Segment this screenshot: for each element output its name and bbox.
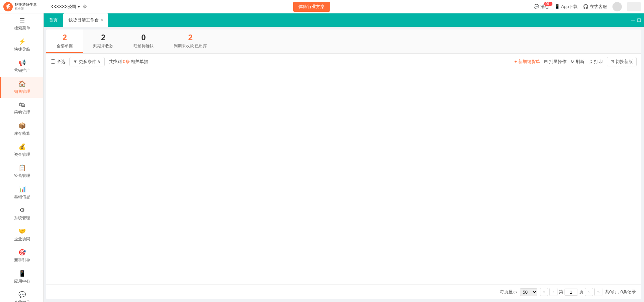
sidebar: ☰ 搜索菜单 ⚡ 快捷导航 📢 营销推广 🏠 销售管理 🛍 采购管理 📦 库存核… bbox=[0, 13, 44, 302]
sidebar-item-label-enterprise: 企业协同 bbox=[14, 236, 30, 242]
system-icon: ⚙ bbox=[19, 206, 25, 214]
refresh-button[interactable]: ↻ 刷新 bbox=[571, 59, 584, 65]
page-input[interactable] bbox=[565, 289, 578, 296]
filter-icon: ▼ bbox=[73, 59, 77, 64]
stat-label-pending-confirm: 旺铺待确认 bbox=[133, 43, 154, 49]
sidebar-item-sales[interactable]: 🏠 销售管理 bbox=[0, 77, 43, 98]
filter-button[interactable]: ▼ 更多条件 ∨ bbox=[69, 57, 105, 66]
sidebar-item-wechat[interactable]: 💬 企业微信 bbox=[0, 288, 43, 302]
message-badge: 99+ bbox=[544, 2, 552, 6]
sidebar-item-base-info[interactable]: 📊 基础信息 bbox=[0, 182, 43, 203]
sidebar-item-label-finance: 资金管理 bbox=[14, 152, 30, 158]
stat-num-overdue-payment: 2 bbox=[101, 33, 105, 43]
settings-button[interactable]: ⚙ bbox=[80, 2, 90, 11]
purchase-icon: 🛍 bbox=[19, 101, 25, 108]
marketing-icon: 📢 bbox=[18, 59, 26, 66]
main-content: 首页 钱货日清工作台 × ─ □ 2 全部单据 2 到期未收款 bbox=[44, 13, 644, 302]
print-label: 打印 bbox=[594, 59, 603, 65]
sidebar-item-guide[interactable]: 🎯 新手引导 bbox=[0, 245, 43, 266]
logo-icon: 畅 bbox=[3, 2, 13, 11]
page-of: 页 bbox=[579, 289, 584, 295]
header-center: 体验行业方案 bbox=[90, 2, 534, 12]
select-all-checkbox-container[interactable]: 全选 bbox=[51, 59, 65, 65]
app-download-button[interactable]: 📱 App下载 bbox=[554, 4, 578, 10]
sidebar-item-search-menu[interactable]: ☰ 搜索菜单 bbox=[0, 13, 43, 35]
add-label: 新增销货单 bbox=[518, 59, 540, 65]
last-page-button[interactable]: » bbox=[594, 288, 602, 296]
stat-tab-overdue-shipped[interactable]: 2 到期未收款 已出库 bbox=[164, 29, 217, 53]
next-page-button[interactable]: › bbox=[585, 288, 593, 296]
tab-maximize-button[interactable]: □ bbox=[637, 17, 641, 23]
tab-workbench[interactable]: 钱货日清工作台 × bbox=[63, 13, 108, 27]
tab-minimize-button[interactable]: ─ bbox=[631, 17, 635, 23]
prev-page-button[interactable]: ‹ bbox=[549, 288, 557, 296]
table-area bbox=[46, 70, 641, 284]
stat-tab-pending-confirm[interactable]: 0 旺铺待确认 bbox=[123, 29, 164, 53]
sidebar-item-label-marketing: 营销推广 bbox=[14, 68, 30, 73]
pagination: 每页显示 10 20 50 100 « ‹ 第 页 › » 共0页，0条记录 bbox=[46, 284, 641, 299]
wechat-icon: 💬 bbox=[18, 291, 26, 298]
sidebar-item-label-sales: 销售管理 bbox=[14, 89, 30, 95]
found-text: 共找到 0条 相关单据 bbox=[109, 59, 148, 65]
sidebar-item-apps[interactable]: 📱 应用中心 bbox=[0, 266, 43, 288]
sidebar-item-label-system: 系统管理 bbox=[14, 215, 30, 221]
company-selector[interactable]: XXXXXX公司 ▾ bbox=[50, 4, 80, 10]
stat-label-overdue-payment: 到期未收款 bbox=[93, 43, 113, 49]
header-right: 💬 消息 99+ 📱 App下载 🎧 在线客服 bbox=[534, 2, 641, 11]
sidebar-item-label-inventory: 库存核算 bbox=[14, 131, 30, 136]
sidebar-item-label-search-menu: 搜索菜单 bbox=[14, 25, 30, 31]
base-info-icon: 📊 bbox=[18, 185, 26, 193]
content-panel: 2 全部单据 2 到期未收款 0 旺铺待确认 2 到期未收款 已出库 bbox=[46, 29, 641, 299]
sidebar-item-quick-nav[interactable]: ⚡ 快捷导航 bbox=[0, 35, 43, 56]
sidebar-item-finance[interactable]: 💰 资金管理 bbox=[0, 140, 43, 161]
tab-home[interactable]: 首页 bbox=[44, 13, 63, 27]
avatar[interactable] bbox=[612, 2, 622, 11]
company-name: XXXXXX公司 bbox=[50, 4, 76, 10]
sidebar-item-label-quick-nav: 快捷导航 bbox=[14, 47, 30, 52]
sidebar-item-label-base-info: 基础信息 bbox=[14, 194, 30, 200]
online-service-button[interactable]: 🎧 在线客服 bbox=[583, 4, 607, 10]
message-button[interactable]: 💬 消息 99+ bbox=[534, 4, 549, 10]
company-dropdown-icon: ▾ bbox=[78, 4, 80, 9]
found-prefix: 共找到 bbox=[109, 59, 122, 64]
found-count: 0条 bbox=[123, 59, 131, 64]
tab-home-label: 首页 bbox=[49, 17, 58, 23]
batch-operation-button[interactable]: ⊞ 批量操作 bbox=[544, 59, 567, 65]
page-label: 第 bbox=[559, 289, 563, 295]
sidebar-item-inventory[interactable]: 📦 库存核算 bbox=[0, 119, 43, 140]
user-name[interactable] bbox=[627, 2, 641, 11]
tab-close-icon[interactable]: × bbox=[101, 18, 103, 22]
toolbar-right: + 新增销货单 ⊞ 批量操作 ↻ 刷新 🖨 打印 bbox=[514, 57, 637, 66]
sidebar-item-marketing[interactable]: 📢 营销推广 bbox=[0, 56, 43, 77]
apps-icon: 📱 bbox=[18, 270, 26, 277]
stat-tab-all[interactable]: 2 全部单据 bbox=[46, 29, 83, 53]
stat-tab-overdue-payment[interactable]: 2 到期未收款 bbox=[83, 29, 123, 53]
refresh-icon: ↻ bbox=[571, 59, 574, 64]
stat-num-pending-confirm: 0 bbox=[141, 33, 146, 43]
first-page-button[interactable]: « bbox=[540, 288, 548, 296]
logo-badge: 标准版 bbox=[15, 7, 37, 11]
switch-version-button[interactable]: ⊡ 切换新版 bbox=[607, 57, 637, 66]
guide-icon: 🎯 bbox=[18, 249, 26, 256]
toolbar: 全选 ▼ 更多条件 ∨ 共找到 0条 相关单据 + 新增销货单 bbox=[46, 54, 641, 70]
sidebar-item-purchase[interactable]: 🛍 采购管理 bbox=[0, 98, 43, 119]
sidebar-item-system[interactable]: ⚙ 系统管理 bbox=[0, 203, 43, 224]
settings-icon: ⚙ bbox=[83, 3, 87, 10]
tab-workbench-label: 钱货日清工作台 bbox=[68, 17, 99, 23]
sidebar-item-label-guide: 新手引导 bbox=[14, 257, 30, 263]
online-service-label: 在线客服 bbox=[590, 4, 607, 10]
page-size-select[interactable]: 10 20 50 100 bbox=[520, 288, 537, 296]
sales-icon: 🏠 bbox=[18, 80, 26, 87]
filter-label: 更多条件 bbox=[79, 59, 96, 65]
batch-icon: ⊞ bbox=[544, 59, 548, 64]
add-sales-button[interactable]: + 新增销货单 bbox=[514, 59, 540, 65]
sidebar-item-label-apps: 应用中心 bbox=[14, 279, 30, 284]
print-button[interactable]: 🖨 打印 bbox=[588, 59, 603, 65]
select-all-checkbox[interactable] bbox=[51, 59, 55, 64]
experience-button[interactable]: 体验行业方案 bbox=[293, 2, 330, 12]
found-suffix: 相关单据 bbox=[131, 59, 148, 64]
tab-bar: 首页 钱货日清工作台 × ─ □ bbox=[44, 13, 644, 27]
sidebar-item-operations[interactable]: 📋 经营管理 bbox=[0, 161, 43, 182]
sidebar-item-enterprise[interactable]: 🤝 企业协同 bbox=[0, 224, 43, 245]
app-download-label: App下载 bbox=[561, 4, 578, 10]
